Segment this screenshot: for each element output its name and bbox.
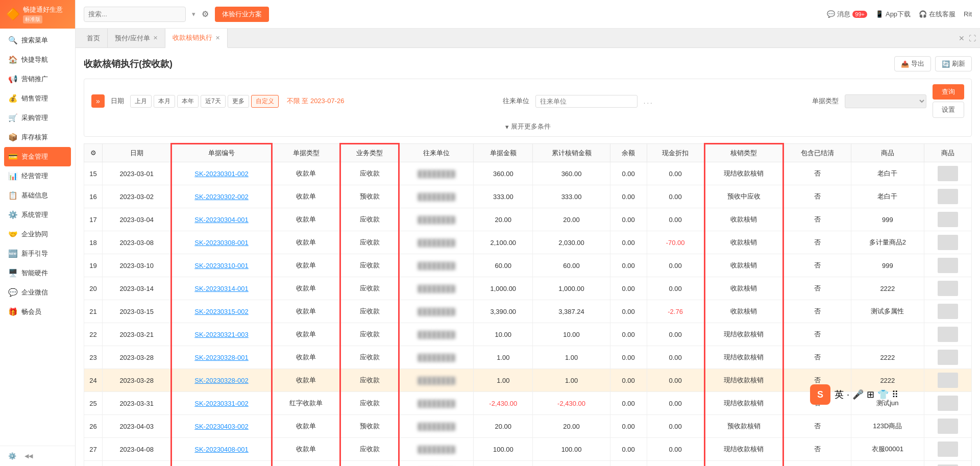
tab-receivable[interactable]: 收款核销执行 ✕ (165, 29, 228, 48)
sidebar-item-enterprise[interactable]: 🤝 企业协同 (0, 225, 75, 244)
chevron-down-icon[interactable]: ▾ (192, 10, 195, 18)
table-row[interactable]: 28 2023-04-18 SK-20230418-001 收款单 应收款 ██… (84, 461, 972, 467)
expand-tab-icon[interactable]: ⛶ (969, 34, 976, 42)
sidebar-item-sales[interactable]: 💰 销售管理 (0, 89, 75, 108)
expand-more-button[interactable]: ▾ 展开更多条件 (505, 122, 551, 131)
th-order-type[interactable]: 单据类型 (272, 144, 340, 162)
app-download-item[interactable]: 📱 App下载 (875, 10, 911, 19)
filter-expand-button[interactable]: » (91, 94, 105, 108)
shirt-icon[interactable]: 👕 (877, 389, 889, 400)
sidebar-item-quicknav[interactable]: 🏠 快捷导航 (0, 50, 75, 69)
table-row[interactable]: 26 2023-04-03 SK-20230403-002 收款单 预收款 ██… (84, 415, 972, 438)
th-biz-type[interactable]: 业务类型 (340, 144, 399, 162)
order-link[interactable]: SK-20230315-002 (194, 308, 249, 315)
query-button[interactable]: 查询 (933, 84, 964, 100)
partner-filter-input[interactable] (535, 95, 638, 108)
logo-icon: 🔶 (6, 8, 20, 21)
tab-home[interactable]: 首页 (80, 29, 108, 48)
sidebar-item-purchase[interactable]: 🛒 采购管理 (0, 108, 75, 128)
order-link[interactable]: SK-20230308-001 (194, 239, 249, 247)
date-btn-last-month[interactable]: 上月 (130, 95, 152, 108)
grid-icon[interactable]: ⊞ (867, 389, 874, 400)
cell-included: 否 (783, 415, 851, 438)
sidebar-item-search[interactable]: 🔍 搜索菜单 (0, 31, 75, 50)
th-settings[interactable]: ⚙ (84, 144, 103, 162)
tab-payable[interactable]: 预付/应付单 ✕ (108, 29, 165, 48)
settings-icon[interactable]: ⚙ (202, 9, 209, 19)
sidebar-item-system[interactable]: ⚙️ 系统管理 (0, 205, 75, 225)
th-amount[interactable]: 单据金额 (474, 144, 533, 162)
order-link[interactable]: SK-20230302-002 (194, 193, 249, 201)
th-order-no[interactable]: 单据编号 (172, 144, 272, 162)
table-row[interactable]: 22 2023-03-21 SK-20230321-003 收款单 应收款 ██… (84, 323, 972, 346)
tab-receivable-close[interactable]: ✕ (215, 35, 220, 41)
refresh-button[interactable]: 🔄 刷新 (935, 56, 972, 71)
topbar-search-input[interactable] (84, 7, 186, 22)
sidebar-item-finance[interactable]: 💳 资金管理 (4, 147, 71, 166)
messages-item[interactable]: 💬 消息 99+ (827, 10, 867, 19)
refresh-icon: 🔄 (942, 60, 950, 68)
sidebar-item-marketing[interactable]: 📢 营销推广 (0, 69, 75, 89)
sidebar-item-operations[interactable]: 📊 经营管理 (0, 166, 75, 186)
order-link[interactable]: SK-20230310-001 (194, 262, 249, 269)
table-row[interactable]: 21 2023-03-15 SK-20230315-002 收款单 应收款 ██… (84, 300, 972, 323)
table-row[interactable]: 19 2023-03-10 SK-20230310-001 收款单 应收款 ██… (84, 254, 972, 277)
solution-button[interactable]: 体验行业方案 (215, 7, 269, 22)
cell-amount: 1.00 (474, 346, 533, 369)
th-core-type[interactable]: 核销类型 (704, 144, 783, 162)
user-item[interactable]: Rit (964, 10, 972, 18)
english-icon[interactable]: 英 (835, 388, 844, 401)
headset-icon: 🎧 (919, 10, 927, 18)
th-date[interactable]: 日期 (103, 144, 172, 162)
date-btn-7days[interactable]: 近7天 (201, 95, 226, 108)
date-btn-custom[interactable]: 自定义 (251, 95, 279, 108)
order-link[interactable]: SK-20230314-001 (194, 285, 249, 292)
th-partner[interactable]: 往来单位 (399, 144, 473, 162)
cell-order-type: 收款单 (272, 346, 340, 369)
th-discount[interactable]: 现金折扣 (647, 144, 704, 162)
order-link[interactable]: SK-20230301-002 (194, 170, 249, 178)
filter-settings-button[interactable]: 设置 (933, 102, 964, 118)
table-row[interactable]: 27 2023-04-08 SK-20230408-001 收款单 应收款 ██… (84, 438, 972, 461)
sidebar-item-member[interactable]: 🎁 畅会员 (0, 302, 75, 322)
order-link[interactable]: SK-20230331-002 (194, 400, 249, 407)
close-all-tab-icon[interactable]: ✕ (959, 34, 965, 42)
order-link[interactable]: SK-20230304-001 (194, 216, 249, 224)
tab-payable-close[interactable]: ✕ (153, 35, 158, 41)
online-service-item[interactable]: 🎧 在线客服 (919, 10, 955, 19)
cell-amount: 60.00 (474, 254, 533, 277)
sidebar-item-hardware[interactable]: 🖥️ 智能硬件 (0, 263, 75, 283)
sidebar-item-inventory[interactable]: 📦 库存核算 (0, 128, 75, 147)
order-link[interactable]: SK-20230403-002 (194, 423, 249, 430)
sidebar-item-basic[interactable]: 📋 基础信息 (0, 186, 75, 205)
mic-icon[interactable]: 🎤 (852, 389, 864, 400)
date-btn-more[interactable]: 更多 (228, 95, 249, 108)
th-accum[interactable]: 累计核销金额 (533, 144, 610, 162)
order-type-filter-select[interactable] (845, 94, 926, 108)
th-product1[interactable]: 商品 (851, 144, 924, 162)
settings-bottom-icon[interactable]: ⚙️ (8, 452, 16, 460)
order-link[interactable]: SK-20230328-002 (194, 377, 249, 384)
date-btn-this-year[interactable]: 本年 (177, 95, 199, 108)
sidebar-item-wechat[interactable]: 💬 企业微信 (0, 283, 75, 302)
cell-seq: 15 (84, 162, 103, 185)
th-included[interactable]: 包含已结清 (783, 144, 851, 162)
table-row[interactable]: 23 2023-03-28 SK-20230328-001 收款单 应收款 ██… (84, 346, 972, 369)
apps-icon[interactable]: ⠿ (892, 389, 898, 400)
table-row[interactable]: 20 2023-03-14 SK-20230314-001 收款单 应收款 ██… (84, 277, 972, 300)
date-btn-this-month[interactable]: 本月 (154, 95, 175, 108)
order-link[interactable]: SK-20230408-001 (194, 446, 249, 453)
th-balance[interactable]: 余额 (610, 144, 647, 162)
sidebar-item-guide[interactable]: 🆕 新手引导 (0, 244, 75, 263)
table-row[interactable]: 16 2023-03-02 SK-20230302-002 收款单 预收款 ██… (84, 185, 972, 208)
collapse-icon[interactable]: ◀◀ (24, 453, 33, 459)
sidebar-item-system-label: 系统管理 (21, 210, 48, 219)
order-link[interactable]: SK-20230321-003 (194, 331, 249, 338)
order-link[interactable]: SK-20230328-001 (194, 354, 249, 361)
th-product2[interactable]: 商品 (924, 144, 971, 162)
table-row[interactable]: 15 2023-03-01 SK-20230301-002 收款单 应收款 ██… (84, 162, 972, 185)
table-row[interactable]: 18 2023-03-08 SK-20230308-001 收款单 应收款 ██… (84, 231, 972, 254)
cell-product2 (924, 277, 971, 300)
table-row[interactable]: 17 2023-03-04 SK-20230304-001 收款单 应收款 ██… (84, 208, 972, 231)
export-button[interactable]: 📤 导出 (894, 56, 931, 71)
